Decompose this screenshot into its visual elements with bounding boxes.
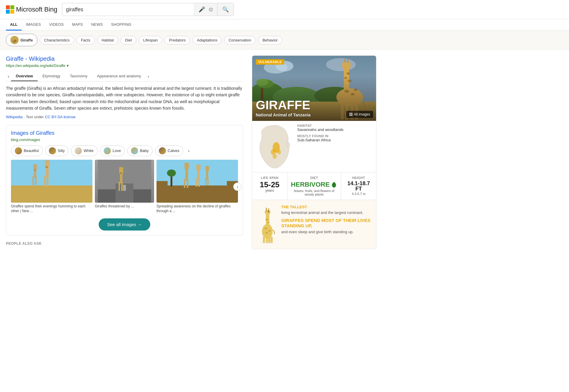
pill-adaptations[interactable]: Adaptations — [193, 36, 222, 44]
pill-characteristics[interactable]: Characteristics — [40, 36, 74, 44]
images-section-title[interactable]: Images of Giraffes — [11, 130, 238, 136]
search-input[interactable] — [62, 7, 194, 13]
kc-hero-image: VULNERABLE GIRAFFE National Animal of Ta… — [252, 56, 376, 121]
fun-fact-section: THE TALLEST living terrestrial animal an… — [252, 200, 376, 249]
search-icons-group: 🎤 ⊙ — [194, 3, 217, 16]
pill-diet[interactable]: Diet — [121, 36, 136, 44]
image-grid-right-arrow[interactable]: › — [233, 183, 242, 191]
svg-rect-11 — [33, 164, 37, 170]
fun-fact-standing-label: GIRAFFES SPEND MOST OF THEIR LIVES STAND… — [281, 218, 371, 228]
image-pill-calves[interactable]: Calves — [155, 145, 183, 156]
vulnerable-badge: VULNERABLE — [256, 59, 284, 65]
svg-rect-12 — [33, 176, 34, 185]
image-pill-white[interactable]: White — [71, 145, 97, 156]
africa-map-svg — [257, 124, 293, 168]
wiki-result-url: https://en.wikipedia.org/wiki/Giraffe ▾ — [6, 63, 243, 68]
people-also-ask: PEOPLE ALSO ASK — [6, 241, 243, 246]
nav-tab-shopping[interactable]: SHOPPING — [107, 19, 136, 31]
mic-button[interactable]: 🎤 — [198, 6, 206, 13]
image-item-1[interactable]: Giraffes spend their evenings humming to… — [11, 160, 92, 214]
svg-rect-76 — [266, 214, 269, 230]
wiki-result-title[interactable]: Giraffe - Wikipedia — [6, 55, 243, 62]
bing-logo-icon — [6, 5, 14, 14]
pill-conservation-label: Conservation — [228, 38, 251, 42]
svg-rect-1 — [10, 5, 14, 9]
search-bar: 🎤 ⊙ 🔍 — [62, 3, 234, 16]
svg-point-74 — [273, 154, 277, 159]
wiki-source-link[interactable]: Wikipedia — [6, 115, 23, 119]
nav-tab-maps[interactable]: MAPS — [68, 19, 87, 31]
camera-button[interactable]: ⊙ — [208, 6, 214, 13]
nav-tab-all[interactable]: ALL — [6, 19, 22, 31]
nav-tab-news[interactable]: NEWS — [87, 19, 107, 31]
gallery-icon: 🖼 — [349, 112, 353, 116]
pill-behavior-label: Behavior — [263, 38, 278, 42]
pill-facts[interactable]: Facts — [76, 36, 95, 44]
wiki-tab-right-arrow[interactable]: › — [146, 72, 151, 81]
svg-rect-17 — [47, 176, 49, 186]
svg-point-18 — [34, 169, 36, 171]
found-in-value: Sub-Saharan Africa — [297, 138, 371, 142]
image-item-2[interactable]: Giraffes threatened by ... — [95, 160, 154, 214]
wiki-result: Giraffe - Wikipedia https://en.wikipedia… — [6, 55, 243, 119]
nav-tab-videos[interactable]: VIDEOS — [45, 19, 68, 31]
wiki-license-link[interactable]: CC BY-SA license — [45, 115, 76, 119]
image-pill-label-baby: Baby — [140, 148, 149, 153]
habitat-fact: HABITAT Savannahs and woodlands — [297, 124, 371, 132]
wiki-result-body: The giraffe (Giraffa) is an African arti… — [6, 85, 243, 112]
giraffe-drawing-container — [257, 205, 278, 244]
pill-predators[interactable]: Predators — [164, 36, 190, 44]
bing-logo-text: Microsoft Bing — [16, 6, 57, 13]
found-in-label: MOSTLY FOUND IN — [297, 134, 371, 138]
wiki-tab-taxonomy[interactable]: Taxonomy — [65, 71, 92, 81]
fun-fact-tall-desc: living terrestrial animal and the larges… — [281, 210, 371, 215]
diet-stat: DIET HERBIVORE leaves, fruits, and flowe… — [287, 172, 341, 200]
image-pill-baby[interactable]: Baby — [127, 145, 153, 156]
fun-fact-text: THE TALLEST living terrestrial animal an… — [281, 205, 371, 234]
image-pill-right-arrow[interactable]: › — [186, 147, 192, 155]
see-all-images-button[interactable]: See all images → — [99, 218, 150, 231]
pill-giraffe-label: Giraffe — [20, 38, 33, 42]
image-pill-beautiful[interactable]: Beautiful — [11, 145, 43, 156]
wiki-tab-appearance[interactable]: Appearance and anatomy — [92, 71, 146, 81]
image-pill-strip: Beautiful Silly White Love Baby — [11, 145, 238, 156]
image-caption-1: Giraffes spend their evenings humming to… — [11, 204, 92, 214]
wiki-tab-overview[interactable]: Overview — [11, 71, 38, 81]
entity-pill-strip: Giraffe Characteristics Facts Habitat Di… — [0, 31, 569, 49]
wiki-tab-left-arrow[interactable]: ‹ — [6, 72, 11, 81]
pill-predators-label: Predators — [169, 38, 186, 42]
image-pill-label-beautiful: Beautiful — [24, 148, 39, 153]
svg-rect-38 — [196, 164, 201, 170]
pill-behavior[interactable]: Behavior — [258, 36, 282, 44]
svg-rect-44 — [207, 178, 209, 185]
wiki-url-dropdown[interactable]: ▾ — [67, 63, 69, 68]
svg-point-88 — [264, 228, 267, 229]
image-pill-silly[interactable]: Silly — [45, 145, 69, 156]
giraffe-scene-3 — [156, 160, 238, 203]
search-submit-button[interactable]: 🔍 — [217, 3, 234, 16]
wiki-url-link[interactable]: https://en.wikipedia.org/wiki/Giraffe — [6, 63, 65, 68]
diet-stat-value: HERBIVORE — [291, 181, 330, 188]
image-pill-thumb-silly — [49, 147, 56, 154]
pill-lifespan[interactable]: Lifespan — [139, 36, 162, 44]
kc-facts: HABITAT Savannahs and woodlands MOSTLY F… — [297, 124, 371, 145]
nav-tab-images[interactable]: IMAGES — [22, 19, 45, 31]
pill-conservation[interactable]: Conservation — [224, 36, 256, 44]
image-pill-love[interactable]: Love — [100, 145, 125, 156]
pill-diet-label: Diet — [125, 38, 132, 42]
image-pill-thumb-love — [104, 147, 111, 154]
diet-stat-label: DIET — [291, 176, 338, 180]
wiki-tabs: ‹ Overview Etymology Taxonomy Appearance… — [6, 71, 243, 81]
bing-logo: Microsoft Bing — [6, 5, 57, 14]
pill-giraffe[interactable]: Giraffe — [6, 34, 37, 46]
leaf-icon — [331, 181, 337, 188]
svg-rect-7 — [13, 39, 14, 41]
image-item-3[interactable]: Spreading awareness on the decline of gi… — [156, 160, 238, 214]
svg-rect-27 — [121, 182, 123, 191]
wiki-tab-etymology[interactable]: Etymology — [38, 71, 65, 81]
image-pill-label-calves: Calves — [168, 148, 180, 153]
svg-rect-8 — [22, 160, 81, 185]
svg-rect-35 — [184, 179, 186, 188]
all-images-button[interactable]: 🖼 All images — [346, 111, 373, 118]
pill-habitat[interactable]: Habitat — [97, 36, 118, 44]
